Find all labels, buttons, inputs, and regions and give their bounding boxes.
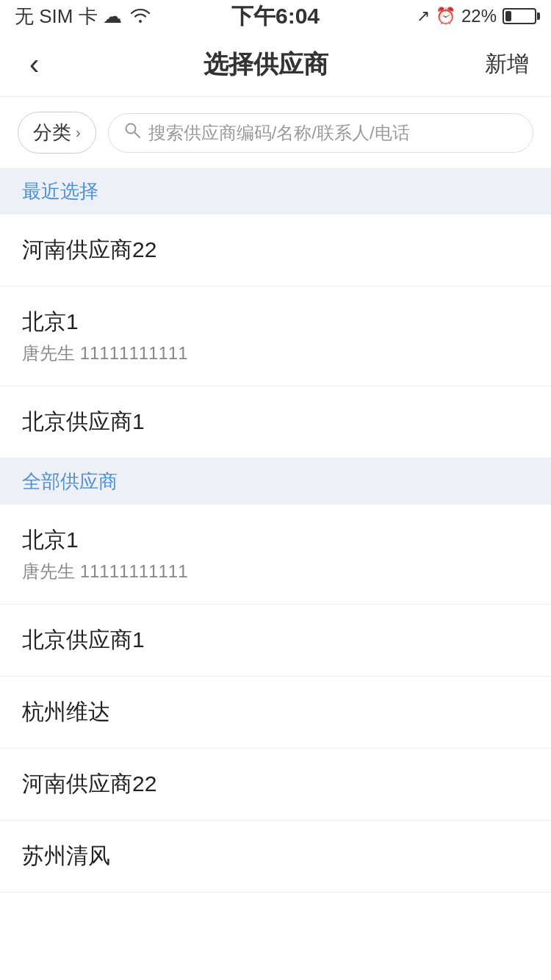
filter-bar: 分类 › 搜索供应商编码/名称/联系人/电话 xyxy=(0,97,551,168)
recent-section-label: 最近选择 xyxy=(22,180,98,202)
search-icon xyxy=(123,121,141,144)
item-name: 北京1 xyxy=(22,307,529,337)
item-sub: 唐先生 11111111111 xyxy=(22,342,529,365)
search-box[interactable]: 搜索供应商编码/名称/联系人/电话 xyxy=(108,113,533,153)
list-item[interactable]: 北京供应商1 xyxy=(0,605,551,677)
category-label: 分类 xyxy=(33,120,71,145)
recent-section-header: 最近选择 xyxy=(0,168,551,215)
location-icon: ↗ xyxy=(417,7,430,26)
nav-bar: ‹ 选择供应商 新增 xyxy=(0,32,551,97)
item-name: 北京1 xyxy=(22,525,529,555)
item-name: 北京供应商1 xyxy=(22,407,529,437)
item-name: 河南供应商22 xyxy=(22,235,529,265)
back-button[interactable]: ‹ xyxy=(22,40,46,88)
status-bar: 无 SIM 卡 ☁ 下午6:04 ↗ ⏰ 22% xyxy=(0,0,551,32)
item-name: 杭州维达 xyxy=(22,697,529,727)
list-item[interactable]: 北京1唐先生 11111111111 xyxy=(0,287,551,386)
all-section-header: 全部供应商 xyxy=(0,458,551,505)
list-item[interactable]: 河南供应商22 xyxy=(0,749,551,821)
svg-point-0 xyxy=(126,124,135,134)
list-item[interactable]: 北京1唐先生 11111111111 xyxy=(0,505,551,605)
search-placeholder: 搜索供应商编码/名称/联系人/电话 xyxy=(148,121,410,145)
all-list: 北京1唐先生 11111111111北京供应商1杭州维达河南供应商22苏州清风 xyxy=(0,505,551,893)
item-sub: 唐先生 11111111111 xyxy=(22,560,529,583)
list-item[interactable]: 北京供应商1 xyxy=(0,386,551,458)
all-section-label: 全部供应商 xyxy=(22,470,118,492)
item-name: 苏州清风 xyxy=(22,841,529,871)
status-right: ↗ ⏰ 22% xyxy=(417,6,536,26)
svg-line-1 xyxy=(134,133,140,138)
list-item[interactable]: 苏州清风 xyxy=(0,821,551,893)
item-name: 河南供应商22 xyxy=(22,769,529,799)
status-time: 下午6:04 xyxy=(231,1,320,32)
page-title: 选择供应商 xyxy=(204,48,328,82)
wifi-icon xyxy=(129,5,151,28)
battery-icon xyxy=(503,8,536,24)
alarm-icon: ⏰ xyxy=(436,7,455,26)
item-name: 北京供应商1 xyxy=(22,625,529,655)
status-left: 无 SIM 卡 ☁ xyxy=(15,4,151,29)
list-item[interactable]: 河南供应商22 xyxy=(0,215,551,287)
chevron-right-icon: › xyxy=(76,124,81,141)
list-item[interactable]: 杭州维达 xyxy=(0,677,551,749)
recent-list: 河南供应商22北京1唐先生 11111111111北京供应商1 xyxy=(0,215,551,458)
add-button[interactable]: 新增 xyxy=(485,49,529,79)
no-sim-label: 无 SIM 卡 ☁ xyxy=(15,4,122,29)
battery-percent: 22% xyxy=(461,6,497,26)
category-button[interactable]: 分类 › xyxy=(18,112,96,154)
